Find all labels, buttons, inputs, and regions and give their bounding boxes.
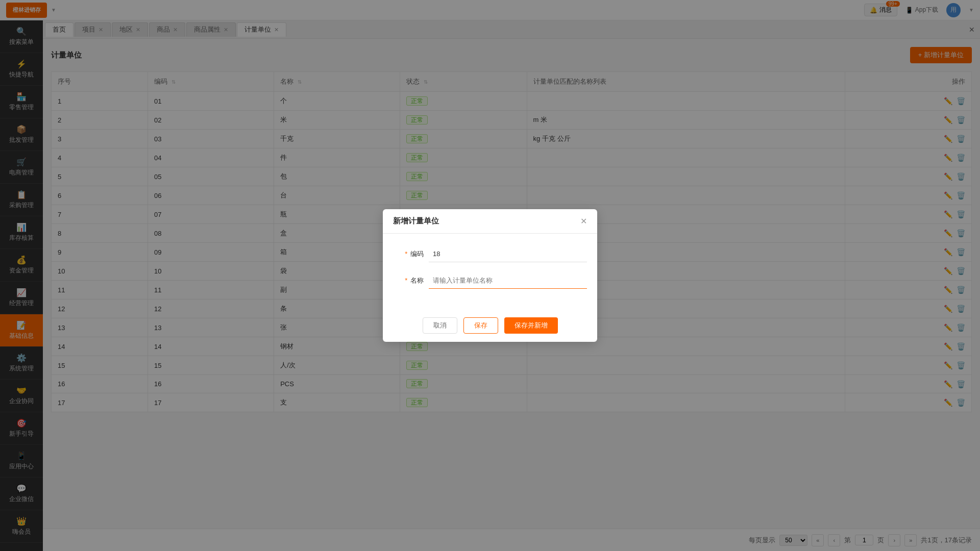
save-and-add-button[interactable]: 保存并新增 [504,317,558,334]
form-name-input[interactable] [429,272,587,289]
modal-body: * 编码 * 名称 [383,234,597,311]
modal-close-button[interactable]: ✕ [580,217,587,226]
modal-footer: 取消 保存 保存并新增 [383,311,597,342]
form-row-code: * 编码 [393,246,587,262]
form-code-input[interactable] [429,246,587,262]
cancel-button[interactable]: 取消 [423,317,457,334]
form-row-name: * 名称 [393,272,587,289]
modal-header: 新增计量单位 ✕ [383,209,597,234]
form-name-label: * 名称 [393,276,424,285]
modal-title: 新增计量单位 [393,216,439,226]
add-unit-modal: 新增计量单位 ✕ * 编码 * 名称 取消 保存 保存并新增 [383,209,597,342]
form-code-label: * 编码 [393,249,424,259]
modal-overlay: 新增计量单位 ✕ * 编码 * 名称 取消 保存 保存并新增 [0,0,980,551]
save-button[interactable]: 保存 [463,317,498,334]
